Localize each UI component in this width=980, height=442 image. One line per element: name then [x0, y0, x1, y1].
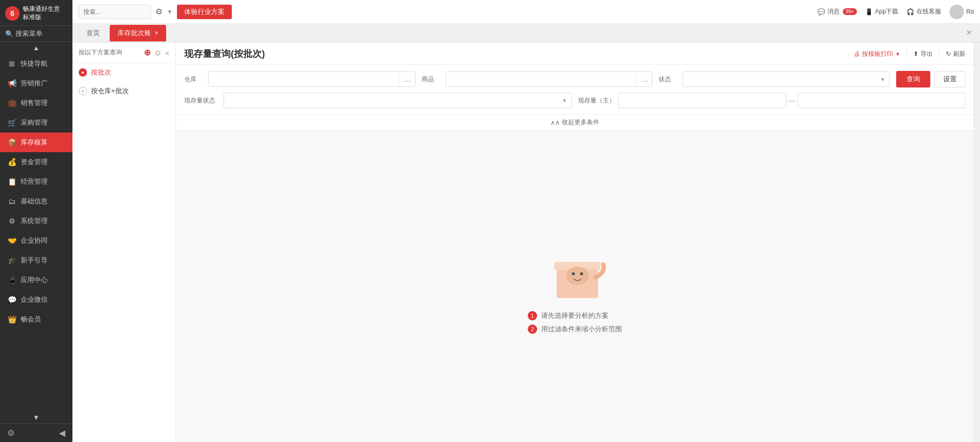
footer-collapse-icon[interactable]: ◀ — [59, 428, 65, 438]
logo-icon: 6 — [5, 6, 20, 21]
stock-status-dropdown-icon: ▼ — [562, 98, 567, 104]
message-label: 消息 — [827, 7, 840, 16]
hint-num-2: 2 — [528, 325, 537, 334]
sidebar-item-appstore[interactable]: 📱 应用中心 — [0, 270, 72, 290]
qty-range-label: 现存量（主） — [578, 96, 615, 105]
footer-settings-icon[interactable]: ⚙ — [7, 428, 14, 438]
marketing-icon: 📢 — [7, 79, 17, 88]
sidebar-item-shortcut[interactable]: ⊞ 快捷导航 — [0, 54, 72, 73]
sidebar-item-operations[interactable]: 📋 经营管理 — [0, 172, 72, 191]
sidebar-logo: 6 畅康通好生意 标准版 — [5, 5, 67, 21]
print-icon: 🖨 — [854, 50, 860, 57]
online-service-action[interactable]: 🎧 在线客服 — [907, 7, 941, 16]
tab-home[interactable]: 首页 — [79, 25, 108, 41]
qty-max-input[interactable] — [797, 93, 966, 108]
logo-text: 畅康通好生意 标准版 — [23, 5, 60, 21]
warehouse-dots-btn[interactable]: ... — [399, 72, 414, 86]
qty-min-input[interactable] — [618, 93, 786, 108]
scroll-down-btn[interactable]: ▼ — [0, 411, 72, 423]
collapse-row[interactable]: ∧∧ 收起更多条件 — [176, 115, 974, 130]
sidebar-item-inventory[interactable]: 📦 库存核算 — [0, 132, 72, 152]
product-input-wrapper: ... — [446, 71, 653, 87]
warehouse-label: 仓库 — [184, 75, 205, 84]
refresh-label: 刷新 — [953, 50, 966, 58]
product-input[interactable] — [446, 72, 636, 86]
app-download-action[interactable]: 📱 App下载 — [865, 7, 898, 16]
range-dash: — — [789, 97, 795, 105]
tab-inventory-batch[interactable]: 库存批次账 × — [110, 25, 166, 41]
sidebar-search[interactable]: 🔍 搜索菜单 — [0, 26, 72, 42]
page-header-actions: 🖨 按模板打印 ▼ ⬆ 导出 ↻ 刷新 — [854, 50, 966, 58]
finance-icon: 💰 — [7, 157, 17, 167]
sidebar-label-inventory: 库存核算 — [21, 138, 48, 147]
message-action[interactable]: 💬 消息 99+ — [818, 7, 857, 16]
app-download-icon: 📱 — [865, 8, 873, 16]
empty-illustration — [544, 239, 606, 301]
collapse-label: 收起更多条件 — [562, 118, 599, 127]
headset-icon: 🎧 — [907, 8, 914, 16]
hint-text-1: 请先选择要分析的方案 — [541, 311, 608, 320]
stock-status-label: 现存量状态 — [184, 96, 220, 105]
export-btn[interactable]: ⬆ 导出 — [913, 50, 933, 58]
experience-btn[interactable]: 体验行业方案 — [177, 5, 232, 19]
status-select[interactable]: ▼ — [682, 71, 890, 87]
filter-item-by-warehouse-batch[interactable]: ○ 按仓库+批次 — [72, 82, 175, 100]
print-btn[interactable]: 🖨 按模板打印 ▼ — [854, 50, 900, 58]
avatar — [949, 5, 964, 19]
divider-1 — [907, 50, 907, 57]
inventory-icon: 📦 — [7, 138, 17, 147]
filter-collapse-icon[interactable]: « — [165, 49, 169, 57]
tab-close-icon[interactable]: × — [155, 30, 158, 37]
sidebar-label-purchase: 采购管理 — [21, 118, 48, 127]
filter-label-by-batch: 按批次 — [91, 68, 111, 77]
search-form: 仓库 ... 商品 ... 状态 — [176, 65, 974, 115]
sidebar-item-enterprise[interactable]: 🤝 企业协同 — [0, 231, 72, 251]
sidebar-item-basic[interactable]: 🗂 基础信息 — [0, 191, 72, 211]
sidebar-item-newbie[interactable]: 🎓 新手引导 — [0, 251, 72, 270]
topbar-gear-icon[interactable]: ⚙ — [155, 7, 162, 17]
tab-active-label: 库存批次账 — [117, 28, 151, 38]
svg-point-3 — [572, 272, 575, 275]
filter-label-by-warehouse-batch: 按仓库+批次 — [91, 86, 129, 96]
sidebar-item-finance[interactable]: 💰 资金管理 — [0, 152, 72, 172]
refresh-btn[interactable]: ↻ 刷新 — [946, 50, 966, 58]
hint-item-2: 2 用过滤条件来缩小分析范围 — [528, 325, 622, 334]
sidebar-item-wechat[interactable]: 💬 企业微信 — [0, 290, 72, 310]
scroll-up-btn[interactable]: ▲ — [0, 42, 72, 54]
sidebar-item-sales[interactable]: 💼 销售管理 — [0, 93, 72, 113]
topbar-search-input[interactable] — [79, 5, 151, 19]
empty-state: 1 请先选择要分析的方案 2 用过滤条件来缩小分析范围 — [176, 130, 974, 442]
edition-label: 标准版 — [23, 13, 60, 22]
enterprise-icon: 🤝 — [7, 236, 17, 245]
filter-panel-title: 按以下方案查询 — [79, 48, 122, 57]
sidebar-item-member[interactable]: 👑 畅会员 — [0, 310, 72, 329]
filter-dot-active: ● — [79, 68, 87, 77]
product-label: 商品 — [422, 75, 442, 84]
close-all-icon[interactable]: × — [964, 27, 974, 38]
stock-status-select[interactable]: ▼ — [224, 93, 572, 108]
filter-settings-icon[interactable]: ⊙ — [155, 49, 161, 57]
filter-add-icon[interactable]: ⊕ — [144, 48, 151, 57]
hint-num-1: 1 — [528, 311, 537, 320]
warehouse-input[interactable] — [209, 72, 399, 86]
topbar-left: ⚙ ▼ 体验行业方案 — [79, 5, 813, 19]
appstore-icon: 📱 — [7, 275, 17, 285]
main-panel: 现存量查询(按批次) 🖨 按模板打印 ▼ ⬆ 导出 ↻ 刷 — [176, 42, 974, 442]
user-action[interactable]: Rit — [949, 5, 974, 19]
query-button[interactable]: 查询 — [896, 71, 930, 87]
filter-item-by-batch[interactable]: ● 按批次 — [72, 63, 175, 82]
sidebar-label-enterprise: 企业协同 — [21, 236, 48, 245]
page-title: 现存量查询(按批次) — [184, 48, 265, 60]
sidebar-item-system[interactable]: ⚙ 系统管理 — [0, 211, 72, 231]
sidebar-nav: ⊞ 快捷导航 📢 营销推广 💼 销售管理 🛒 采购管理 📦 库存核算 💰 资金管… — [0, 54, 72, 411]
product-field: 商品 ... — [422, 71, 653, 87]
search-row-1: 仓库 ... 商品 ... 状态 — [184, 71, 966, 87]
filter-panel-icons: ⊕ ⊙ « — [144, 48, 169, 57]
warehouse-input-wrapper: ... — [208, 71, 415, 87]
sidebar-item-marketing[interactable]: 📢 营销推广 — [0, 73, 72, 93]
sidebar-item-purchase[interactable]: 🛒 采购管理 — [0, 113, 72, 132]
product-dots-btn[interactable]: ... — [636, 72, 652, 86]
print-dropdown-icon[interactable]: ▼ — [895, 51, 900, 57]
settings-button[interactable]: 设置 — [934, 71, 966, 87]
topbar: ⚙ ▼ 体验行业方案 💬 消息 99+ 📱 App下载 🎧 在线客服 Rit — [72, 0, 980, 24]
